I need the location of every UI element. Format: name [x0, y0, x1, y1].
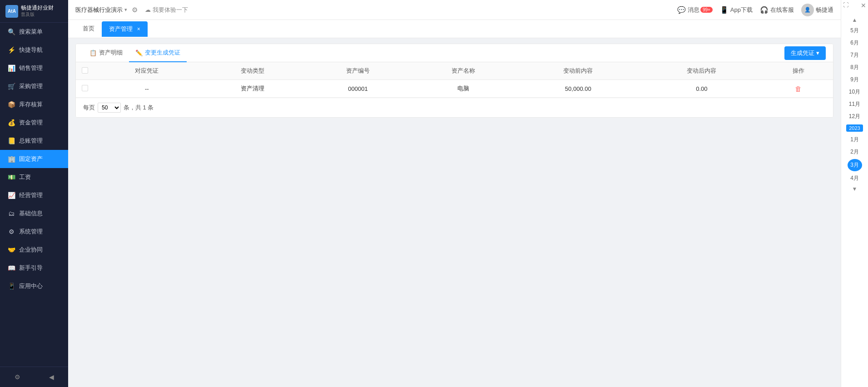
month-11[interactable]: 11月 — [843, 98, 866, 110]
tab-home[interactable]: 首页 — [75, 21, 102, 37]
content-area: 📋 资产明细 ✏️ 变更生成凭证 生成凭证 ▾ — [68, 38, 841, 387]
topbar-company[interactable]: 医疗器械行业演示 ▾ — [75, 6, 127, 14]
sidebar-item-payroll[interactable]: 💵 工资 — [0, 168, 68, 186]
sidebar-label-enterprise: 企业协同 — [19, 246, 43, 254]
app-download-action[interactable]: 📱 App下载 — [720, 6, 753, 14]
purchase-icon: 🛒 — [7, 82, 15, 90]
sidebar-item-funds[interactable]: 💰 资金管理 — [0, 114, 68, 132]
sidebar-label-sales: 销售管理 — [19, 64, 43, 72]
sidebar-item-guide[interactable]: 📖 新手引导 — [0, 259, 68, 277]
customer-service-action[interactable]: 🎧 在线客服 — [760, 6, 794, 14]
subtab-asset-detail[interactable]: 📋 资产明细 — [83, 44, 129, 62]
payroll-icon: 💵 — [7, 173, 15, 181]
sidebar-label-inventory: 库存核算 — [19, 100, 43, 109]
table-body: -- 资产清理 000001 电脑 50,000.00 0.00 🗑 — [76, 80, 833, 98]
per-page-select[interactable]: 50 10 20 100 — [98, 103, 121, 113]
sidebar-label-search: 搜索菜单 — [19, 28, 43, 36]
generate-chevron-icon: ▾ — [816, 50, 819, 56]
year-badge[interactable]: 2023 — [846, 124, 863, 132]
month-8[interactable]: 8月 — [843, 61, 866, 74]
month-10[interactable]: 10月 — [843, 86, 866, 98]
sidebar-item-sales[interactable]: 📊 销售管理 — [0, 59, 68, 77]
month-4[interactable]: 4月 — [843, 172, 866, 184]
row-checkbox-0[interactable] — [82, 85, 88, 91]
ledger-icon: 📒 — [7, 137, 15, 145]
guide-icon: 📖 — [7, 264, 15, 272]
pagination-bar: 每页 50 10 20 100 条，共 1 条 — [76, 98, 833, 117]
sidebar-label-funds: 资金管理 — [19, 119, 43, 127]
sidebar-label-system: 系统管理 — [19, 228, 43, 236]
sub-tabs: 📋 资产明细 ✏️ 变更生成凭证 生成凭证 ▾ — [76, 44, 833, 62]
sidebar-item-quick-nav[interactable]: ⚡ 快捷导航 — [0, 41, 68, 59]
logo-initials: AtA — [8, 9, 16, 14]
month-6[interactable]: 6月 — [843, 37, 866, 49]
logo-title: 畅捷通好业财 — [21, 5, 54, 12]
tab-asset-mgmt[interactable]: 资产管理 × — [102, 21, 148, 37]
table-header: 对应凭证 变动类型 资产编号 资产名称 变动前内容 变动后内容 操作 — [76, 62, 833, 80]
panel-down-btn[interactable]: ▼ — [850, 184, 859, 194]
sidebar-item-operations[interactable]: 📈 经营管理 — [0, 186, 68, 204]
sidebar-item-basic-info[interactable]: 🗂 基础信息 — [0, 204, 68, 223]
topbar-experience[interactable]: ☁ 我要体验一下 — [145, 6, 188, 14]
month-9[interactable]: 9月 — [843, 74, 866, 86]
month-2[interactable]: 2月 — [843, 146, 866, 158]
cloud-icon: ☁ — [145, 6, 151, 13]
row-asset-name-0: 电脑 — [411, 80, 516, 98]
row-voucher-0: -- — [94, 80, 199, 98]
sidebar-item-search[interactable]: 🔍 搜索菜单 — [0, 23, 68, 41]
main-area: 医疗器械行业演示 ▾ ⚙ ☁ 我要体验一下 💬 消息 99+ 📱 App下载 🎧… — [68, 0, 841, 387]
per-page-label: 每页 — [83, 104, 95, 112]
sales-icon: 📊 — [7, 64, 15, 72]
generate-voucher-button[interactable]: 生成凭证 ▾ — [784, 46, 826, 60]
panel-up-btn[interactable]: ▲ — [850, 15, 859, 25]
enterprise-icon: 🤝 — [7, 246, 15, 254]
sidebar-item-app-center[interactable]: 📱 应用中心 — [0, 277, 68, 295]
tab-close-icon[interactable]: × — [137, 26, 140, 32]
month-12[interactable]: 12月 — [843, 110, 866, 123]
sidebar-item-ledger[interactable]: 📒 总账管理 — [0, 132, 68, 150]
right-panel-close-icon[interactable]: ✕ — [861, 2, 866, 9]
header-checkbox[interactable] — [82, 67, 88, 74]
sidebar-item-inventory[interactable]: 📦 库存核算 — [0, 95, 68, 114]
fixed-assets-icon: 🏢 — [7, 155, 15, 163]
col-asset-code: 资产编号 — [305, 62, 411, 80]
funds-icon: 💰 — [7, 119, 15, 127]
operations-icon: 📈 — [7, 191, 15, 199]
sidebar-label-app-center: 应用中心 — [19, 282, 43, 290]
logo-icon: AtA — [5, 5, 18, 18]
sidebar-settings-btn[interactable]: ⚙ — [10, 371, 25, 383]
sidebar-item-purchase[interactable]: 🛒 采购管理 — [0, 77, 68, 95]
subtab-change-voucher[interactable]: ✏️ 变更生成凭证 — [129, 44, 187, 62]
month-3-active[interactable]: 3月 — [848, 159, 862, 171]
sidebar-item-system[interactable]: ⚙ 系统管理 — [0, 223, 68, 241]
sidebar-logo: AtA 畅捷通好业财 普及版 — [0, 0, 68, 23]
experience-text: 我要体验一下 — [153, 6, 188, 14]
row-checkbox-cell-0 — [76, 80, 94, 98]
sidebar-item-enterprise[interactable]: 🤝 企业协同 — [0, 241, 68, 259]
col-voucher: 对应凭证 — [94, 62, 199, 80]
inventory-icon: 📦 — [7, 100, 15, 109]
topbar: 医疗器械行业演示 ▾ ⚙ ☁ 我要体验一下 💬 消息 99+ 📱 App下载 🎧… — [68, 0, 841, 20]
sidebar-label-fixed-assets: 固定资产 — [19, 155, 43, 163]
app-download-icon: 📱 — [720, 6, 729, 14]
sidebar-label-basic-info: 基础信息 — [19, 209, 43, 218]
sidebar-collapse-btn[interactable]: ◀ — [45, 371, 59, 383]
nav-tabs: 首页 资产管理 × — [68, 20, 841, 38]
search-icon: 🔍 — [7, 28, 15, 36]
row-before-change-0: 50,000.00 — [516, 80, 640, 98]
month-5[interactable]: 5月 — [843, 25, 866, 37]
sidebar-item-fixed-assets[interactable]: 🏢 固定资产 — [0, 150, 68, 168]
data-table: 对应凭证 变动类型 资产编号 资产名称 变动前内容 变动后内容 操作 -- 资产… — [76, 62, 833, 98]
month-1[interactable]: 1月 — [843, 134, 866, 146]
month-7[interactable]: 7月 — [843, 49, 866, 61]
sidebar-label-purchase: 采购管理 — [19, 82, 43, 90]
topbar-settings-icon[interactable]: ⚙ — [132, 6, 138, 14]
delete-row-0[interactable]: 🗑 — [795, 85, 802, 93]
user-action[interactable]: 👤 畅捷通 — [801, 4, 833, 16]
messages-action[interactable]: 💬 消息 99+ — [677, 6, 713, 14]
logo-text-block: 畅捷通好业财 普及版 — [21, 5, 54, 18]
messages-label: 消息 — [688, 6, 699, 14]
right-panel-expand-icon[interactable]: ⛶ — [843, 2, 848, 8]
app-center-icon: 📱 — [7, 282, 15, 290]
avatar: 👤 — [801, 4, 814, 16]
